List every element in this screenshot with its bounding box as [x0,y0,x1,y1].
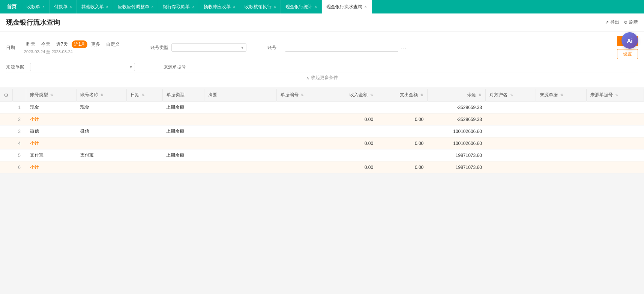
date-btn-custom[interactable]: 自定义 [104,40,122,48]
td-checkbox [0,137,13,149]
td-source-doc [536,137,586,149]
close-icon[interactable]: × [315,5,317,9]
table-row[interactable]: 5支付宝支付宝上期余额19871073.60 [0,149,644,161]
date-btn-1month[interactable]: 近1月 [72,40,88,48]
th-date[interactable]: 日期 ⇅ [127,89,162,101]
th-source-doc[interactable]: 来源单据 ⇅ [536,89,586,101]
td-seq: 6 [13,161,26,173]
refresh-icon: ↻ [624,20,627,25]
table-row[interactable]: 4小计0.000.00100102606.60 [0,137,644,149]
td-income: 0.00 [327,137,377,149]
collapse-label: 收起更多条件 [311,75,338,81]
nav-item-6[interactable]: 收款核销执行 × [240,0,281,13]
td-counterparty [486,101,536,113]
nav-item-5[interactable]: 预收冲应收单 × [199,0,240,13]
close-icon[interactable]: × [106,5,108,9]
account-more-button[interactable]: ... [401,45,407,50]
close-icon[interactable]: × [192,5,194,9]
settings-button[interactable]: 设置 [617,49,638,59]
td-expense: 0.00 [377,161,427,173]
td-doc-type: 上期余额 [162,125,204,137]
td-expense [377,149,427,161]
source-doc-no-input[interactable] [189,63,302,71]
ai-badge[interactable]: Ai [621,32,638,49]
td-account-name: 微信 [77,125,127,137]
account-type-label: 账号类型 [150,45,168,51]
nav-item-2[interactable]: 其他收入单 × [77,0,113,13]
nav-item-3[interactable]: 应收应付调整单 × [113,0,159,13]
source-doc-filter: 来源单据 ▾ [6,63,135,71]
sort-icon: ⇅ [510,93,513,97]
td-checkbox [0,149,13,161]
date-btn-more[interactable]: 更多 [89,40,102,48]
nav-item-1[interactable]: 付款单 × [50,0,77,13]
td-seq: 5 [13,149,26,161]
td-balance: 19871073.60 [427,161,486,173]
source-doc-label: 来源单据 [6,64,27,70]
table-row[interactable]: 1现金现金上期余额-3528659.33 [0,101,644,113]
table-row[interactable]: 3微信微信上期余额100102606.60 [0,125,644,137]
td-source-doc-no [586,113,644,125]
nav-item-7[interactable]: 现金银行统计 × [281,0,322,13]
date-btn-today[interactable]: 今天 [39,40,53,48]
sort-icon: ⇅ [301,93,304,97]
table-row[interactable]: 2小计0.000.00-3528659.33 [0,113,644,125]
nav-item-0[interactable]: 收款单 × [22,0,50,13]
table-row[interactable]: 6小计0.000.0019871073.60 [0,161,644,173]
td-doc-type: 上期余额 [162,149,204,161]
filter-row-1: 日期 昨天 今天 近7天 近1月 更多 自定义 2023-02-24 至 202… [6,36,638,59]
td-source-doc-no [586,149,644,161]
account-filter: 账号 ... [267,44,407,52]
th-balance[interactable]: 余额 ⇅ [427,89,486,101]
close-icon[interactable]: × [42,5,45,9]
td-balance: -3528659.33 [427,101,486,113]
account-type-select[interactable] [171,43,246,52]
close-icon[interactable]: × [152,5,154,9]
close-icon[interactable]: × [274,5,276,9]
td-date [127,125,162,137]
account-input[interactable] [285,44,398,52]
page-title: 现金银行流水查询 [6,18,60,27]
refresh-button[interactable]: ↻ 刷新 [624,19,638,25]
date-btn-yesterday[interactable]: 昨天 [24,40,38,48]
th-income[interactable]: 收入金额 ⇅ [327,89,377,101]
td-balance: 19871073.60 [427,149,486,161]
sort-icon: ⇅ [560,93,563,97]
close-icon[interactable]: × [233,5,235,9]
th-settings[interactable]: ⚙ [0,89,13,101]
th-doc-type[interactable]: 单据类型 [162,89,204,101]
td-expense [377,125,427,137]
gear-icon[interactable]: ⚙ [4,92,9,98]
th-source-doc-no[interactable]: 来源单据号 ⇅ [586,89,644,101]
td-source-doc [536,161,586,173]
td-doc-no [276,125,327,137]
td-source-doc-no [586,101,644,113]
source-doc-no-filter: 来源单据号 [164,63,302,71]
td-date [127,101,162,113]
td-doc-no [276,113,327,125]
sort-icon: ⇅ [370,93,373,97]
th-counterparty[interactable]: 对方户名 ⇅ [486,89,536,101]
th-account-type[interactable]: 账号类型 ⇅ [26,89,77,101]
th-expense[interactable]: 支出金额 ⇅ [377,89,427,101]
export-button[interactable]: ↗ 导出 [605,19,619,25]
td-seq: 1 [13,101,26,113]
td-account-type: 现金 [26,101,77,113]
td-expense [377,101,427,113]
close-icon[interactable]: × [70,5,72,9]
th-doc-no[interactable]: 单据编号 ⇅ [276,89,327,101]
collapse-bar[interactable]: ∧ 收起更多条件 [6,73,638,82]
td-income [327,149,377,161]
date-btn-7days[interactable]: 近7天 [54,40,70,48]
td-account-type: 微信 [26,125,77,137]
td-source-doc [536,125,586,137]
nav-item-8[interactable]: 现金银行流水查询 × [322,0,372,13]
nav-item-4[interactable]: 银行存取款单 × [158,0,199,13]
th-account-name[interactable]: 账号名称 ⇅ [77,89,127,101]
close-icon[interactable]: × [365,5,367,9]
td-balance: -3528659.33 [427,113,486,125]
account-type-filter: 账号类型 ▾ [150,43,246,52]
source-doc-select[interactable] [30,63,135,71]
nav-home[interactable]: 首页 [2,3,22,10]
table-header-row: ⚙ 账号类型 ⇅ 账号名称 ⇅ 日期 ⇅ 单据类型 [0,89,644,101]
